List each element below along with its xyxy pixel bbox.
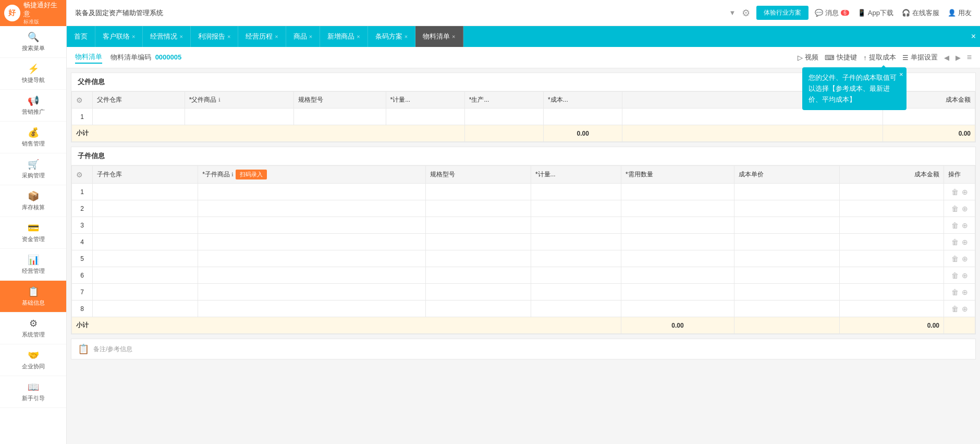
settings-icon[interactable]: ⚙ [742,7,750,19]
child-unit-7[interactable] [531,284,621,301]
settings-btn[interactable]: ☰单据设置 [902,53,938,62]
child-unit-2[interactable] [531,200,621,217]
child-qty-4[interactable] [621,234,734,250]
sidebar-item-7[interactable]: 📊经营管理 [0,249,66,281]
nav-tab-8[interactable]: 物料清单 × [415,26,463,47]
nav-prev-btn[interactable]: ◀ [944,54,949,62]
tooltip-close-btn[interactable]: × [899,69,903,80]
child-qty-6[interactable] [621,267,734,284]
child-warehouse-8[interactable] [93,301,198,317]
delete-icon-7[interactable]: 🗑 [951,288,959,296]
child-warehouse-1[interactable] [93,184,198,200]
app-download-btn[interactable]: 📱 App下载 [858,8,893,18]
copy-icon-4[interactable]: ⊕ [962,238,968,246]
dropdown-icon[interactable]: ▼ [729,9,736,17]
child-unit-3[interactable] [531,217,621,234]
child-qty-3[interactable] [621,217,734,234]
child-unitcost-8[interactable] [734,301,839,317]
user-menu[interactable]: 👤 用友 [948,8,972,18]
sidebar-item-3[interactable]: 💰销售管理 [0,122,66,153]
nav-tab-7[interactable]: 条码方案 × [368,26,415,47]
child-product-2[interactable] [198,200,426,217]
delete-icon-8[interactable]: 🗑 [951,305,959,313]
scan-input-btn[interactable]: 扫码录入 [236,170,267,179]
nav-tab-close-6[interactable]: × [357,33,360,40]
nav-tab-close-7[interactable]: × [405,33,408,40]
child-unit-8[interactable] [531,301,621,317]
child-spec-8[interactable] [425,301,531,317]
message-btn[interactable]: 💬 消息 6 [815,8,849,18]
child-unit-1[interactable] [531,184,621,200]
child-unit-6[interactable] [531,267,621,284]
child-unitcost-4[interactable] [734,234,839,250]
copy-icon-6[interactable]: ⊕ [962,271,968,280]
sidebar-item-0[interactable]: 🔍搜索菜单 [0,26,66,58]
sidebar-item-1[interactable]: ⚡快捷导航 [0,58,66,90]
delete-icon-1[interactable]: 🗑 [951,188,959,196]
sidebar-item-10[interactable]: 🤝企业协同 [0,344,66,376]
nav-tab-1[interactable]: 客户联络 × [95,26,143,47]
delete-icon-4[interactable]: 🗑 [951,238,959,246]
delete-icon-5[interactable]: 🗑 [951,255,959,263]
parent-product-cell[interactable] [185,109,293,125]
experience-btn[interactable]: 体验行业方案 [756,6,808,20]
child-warehouse-5[interactable] [93,250,198,267]
child-spec-3[interactable] [425,217,531,234]
expand-btn[interactable]: ≡ [967,53,972,62]
child-spec-1[interactable] [425,184,531,200]
nav-tab-3[interactable]: 利润报告 × [191,26,238,47]
close-all-tabs[interactable]: × [967,32,980,41]
copy-icon-1[interactable]: ⊕ [962,188,968,196]
child-warehouse-4[interactable] [93,234,198,250]
nav-tab-0[interactable]: 首页 [67,26,95,47]
child-unit-4[interactable] [531,234,621,250]
nav-next-btn[interactable]: ▶ [956,54,961,62]
delete-icon-2[interactable]: 🗑 [951,205,959,213]
child-unitcost-1[interactable] [734,184,839,200]
nav-tab-close-8[interactable]: × [452,33,455,40]
child-unitcost-5[interactable] [734,250,839,267]
sidebar-item-8[interactable]: 📋基础信息 [0,281,66,313]
nav-tab-close-2[interactable]: × [179,33,182,40]
child-qty-1[interactable] [621,184,734,200]
child-warehouse-3[interactable] [93,217,198,234]
nav-tab-6[interactable]: 新增商品 × [320,26,368,47]
child-qty-5[interactable] [621,250,734,267]
child-spec-5[interactable] [425,250,531,267]
nav-tab-close-4[interactable]: × [275,33,278,40]
parent-warehouse-cell[interactable] [93,109,185,125]
sidebar-item-5[interactable]: 📦库存核算 [0,185,66,217]
child-warehouse-7[interactable] [93,284,198,301]
child-spec-4[interactable] [425,234,531,250]
delete-icon-6[interactable]: 🗑 [951,271,959,280]
copy-icon-3[interactable]: ⊕ [962,221,968,230]
child-unitcost-7[interactable] [734,284,839,301]
sidebar-item-4[interactable]: 🛒采购管理 [0,153,66,185]
child-unitcost-3[interactable] [734,217,839,234]
nav-tab-5[interactable]: 商品 × [286,26,320,47]
parent-spec-cell[interactable] [293,109,386,125]
shortcut-btn[interactable]: ⌨快捷键 [825,53,857,62]
copy-icon-7[interactable]: ⊕ [962,288,968,296]
copy-icon-2[interactable]: ⊕ [962,205,968,213]
nav-tab-close-5[interactable]: × [309,33,312,40]
sub-tab-bill[interactable]: 物料清单 [75,51,102,64]
child-spec-2[interactable] [425,200,531,217]
child-product-6[interactable] [198,267,426,284]
child-unitcost-2[interactable] [734,200,839,217]
delete-icon-3[interactable]: 🗑 [951,221,959,230]
sidebar-item-2[interactable]: 📢营销推广 [0,90,66,122]
child-product-3[interactable] [198,217,426,234]
child-qty-2[interactable] [621,200,734,217]
parent-unit-cell[interactable] [386,109,464,125]
extract-cost-btn[interactable]: ↑提取成本 [863,53,896,62]
sidebar-item-11[interactable]: 📖新手引导 [0,376,66,408]
child-warehouse-2[interactable] [93,200,198,217]
sidebar-item-6[interactable]: 💳资金管理 [0,217,66,249]
child-qty-7[interactable] [621,284,734,301]
child-product-5[interactable] [198,250,426,267]
copy-icon-8[interactable]: ⊕ [962,305,968,313]
video-btn[interactable]: ▷视频 [798,53,818,62]
sidebar-item-9[interactable]: ⚙系统管理 [0,313,66,344]
parent-cost-cell[interactable] [544,109,622,125]
